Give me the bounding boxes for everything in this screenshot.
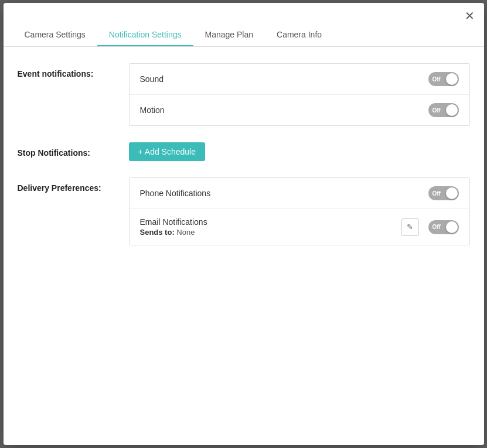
tab-notification-settings[interactable]: Notification Settings xyxy=(97,24,193,46)
phone-row-right: Off xyxy=(428,186,459,200)
close-button[interactable]: ✕ xyxy=(462,9,477,23)
phone-toggle[interactable]: Off xyxy=(428,186,459,200)
email-edit-button[interactable]: ✎ xyxy=(401,218,419,236)
email-sends-to: Sends to: None xyxy=(140,228,207,237)
modal-header: ✕ xyxy=(4,3,484,24)
delivery-preferences-label: Delivery Preferences: xyxy=(18,177,129,193)
delivery-preferences-section: Delivery Preferences: Phone Notification… xyxy=(18,177,470,245)
tab-manage-plan[interactable]: Manage Plan xyxy=(193,24,265,46)
sound-toggle[interactable]: Off xyxy=(428,72,459,86)
email-toggle[interactable]: Off xyxy=(428,220,459,234)
email-notifications-row: Email Notifications Sends to: None ✎ xyxy=(130,209,469,245)
sound-toggle-label: Off xyxy=(432,76,441,83)
delivery-preferences-content: Phone Notifications Off Email xyxy=(129,177,470,245)
event-notifications-card: Sound Off Motion Off xyxy=(129,63,470,126)
email-notifications-label: Email Notifications xyxy=(140,217,207,227)
modal: ✕ Camera Settings Notification Settings … xyxy=(4,3,484,445)
event-notifications-content: Sound Off Motion Off xyxy=(129,63,470,126)
delivery-preferences-card: Phone Notifications Off Email xyxy=(129,177,470,245)
email-toggle-knob xyxy=(446,221,458,233)
motion-toggle-knob xyxy=(446,104,458,116)
stop-notifications-section: Stop Notifications: + Add Schedule xyxy=(18,142,470,161)
email-sends-to-value: None xyxy=(176,228,195,237)
motion-label: Motion xyxy=(140,105,165,115)
phone-toggle-knob xyxy=(446,187,458,199)
motion-row: Motion Off xyxy=(130,95,469,125)
phone-notifications-label: Phone Notifications xyxy=(140,189,211,198)
tab-bar: Camera Settings Notification Settings Ma… xyxy=(4,24,484,47)
sound-toggle-knob xyxy=(446,73,458,85)
phone-toggle-label: Off xyxy=(432,190,441,197)
motion-toggle[interactable]: Off xyxy=(428,103,459,117)
sound-row: Sound Off xyxy=(130,64,469,95)
stop-notifications-label: Stop Notifications: xyxy=(18,142,129,158)
pencil-icon: ✎ xyxy=(407,223,413,231)
tab-camera-info[interactable]: Camera Info xyxy=(265,24,333,46)
motion-toggle-label: Off xyxy=(432,107,441,114)
tab-camera-settings[interactable]: Camera Settings xyxy=(13,24,97,46)
email-notifications-info: Email Notifications Sends to: None xyxy=(140,217,207,237)
modal-overlay: ✕ Camera Settings Notification Settings … xyxy=(0,0,487,448)
stop-notifications-content: + Add Schedule xyxy=(129,142,470,161)
phone-notifications-row: Phone Notifications Off xyxy=(130,178,469,209)
modal-body: Event notifications: Sound Off xyxy=(4,47,484,445)
email-row-right: ✎ Off xyxy=(401,218,459,236)
event-notifications-section: Event notifications: Sound Off xyxy=(18,63,470,126)
email-toggle-label: Off xyxy=(432,224,441,230)
add-schedule-button[interactable]: + Add Schedule xyxy=(129,142,205,161)
sound-label: Sound xyxy=(140,74,164,84)
email-sends-to-label: Sends to: xyxy=(140,228,175,237)
event-notifications-label: Event notifications: xyxy=(18,63,129,78)
